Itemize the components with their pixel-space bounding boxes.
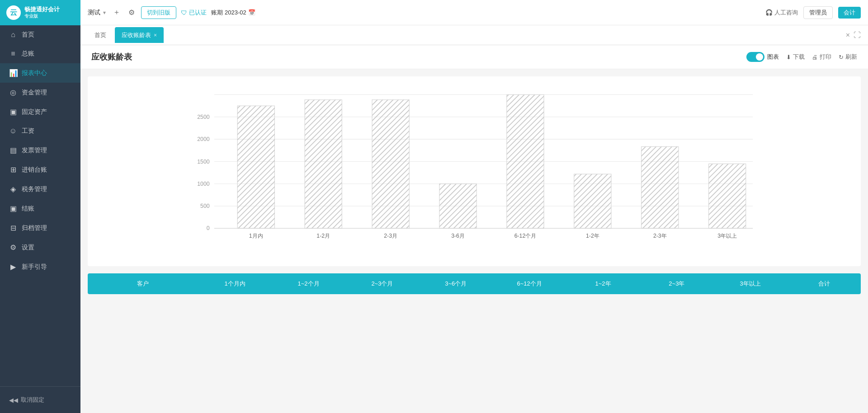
sidebar-label-close: 结账 [22, 205, 34, 213]
sidebar-item-home[interactable]: ⌂ 首页 [0, 25, 80, 44]
app-logo: 云 畅捷通好会计 专业版 [0, 0, 80, 25]
sidebar-item-funds[interactable]: ◎ 资金管理 [0, 83, 80, 102]
app-edition: 专业版 [24, 13, 60, 19]
archive-icon: ⊟ [9, 224, 17, 232]
svg-text:2000: 2000 [197, 136, 210, 142]
sidebar-item-settings[interactable]: ⚙ 设置 [0, 238, 80, 257]
accountant-btn[interactable]: 会计 [838, 7, 861, 19]
workspace-selector[interactable]: 测试 ▾ [88, 9, 106, 17]
switch-old-btn[interactable]: 切到旧版 [141, 6, 176, 19]
sidebar-label-home: 首页 [22, 31, 34, 39]
sidebar-label-payroll: 工资 [22, 127, 34, 135]
table-container: 客户 1个月内 1~2个月 2~3个月 3~6个月 6~12个月 1~2年 2~… [88, 273, 861, 294]
svg-rect-18 [439, 184, 476, 229]
download-icon: ⬇ [786, 54, 791, 61]
tab-bar-actions: × ⛶ [846, 31, 861, 39]
svg-text:3年以上: 3年以上 [717, 233, 737, 239]
human-service-btn[interactable]: 🎧 人工咨询 [765, 9, 798, 17]
col-header-1m: 1个月内 [198, 273, 272, 294]
chart-toggle-label: 图表 [767, 53, 779, 61]
svg-rect-21 [642, 147, 679, 229]
sidebar-label-funds: 资金管理 [22, 89, 47, 97]
svg-rect-17 [372, 100, 409, 228]
sidebar-label-reports: 报表中心 [22, 69, 47, 77]
svg-text:500: 500 [200, 203, 210, 209]
period-text: 账期 [211, 9, 223, 17]
col-header-3-6m: 3~6个月 [419, 273, 493, 294]
sidebar-item-tax[interactable]: ◈ 税务管理 [0, 179, 80, 199]
download-btn[interactable]: ⬇ 下载 [786, 53, 805, 61]
headset-icon: 🎧 [765, 9, 773, 16]
add-button[interactable]: ＋ [111, 6, 122, 19]
bar-chart-svg: 0 500 1000 1500 2000 2500 [97, 85, 852, 257]
tab-close-icon[interactable]: × [154, 32, 157, 38]
svg-text:0: 0 [207, 225, 210, 231]
page-actions: 图表 ⬇ 下载 🖨 打印 ↻ 刷新 [746, 52, 857, 62]
col-header-customer: 客户 [88, 273, 198, 294]
svg-text:2-3月: 2-3月 [384, 233, 397, 239]
sidebar-item-assets[interactable]: ▣ 固定资产 [0, 102, 80, 122]
tab-receivables-label: 应收账龄表 [122, 31, 151, 39]
page-title: 应收账龄表 [91, 52, 132, 62]
expand-icon[interactable]: ⛶ [854, 31, 861, 39]
home-icon: ⌂ [9, 31, 17, 39]
sidebar-item-purchase[interactable]: ⊞ 进销台账 [0, 160, 80, 179]
svg-text:3-6月: 3-6月 [451, 233, 465, 239]
tab-home[interactable]: 首页 [88, 27, 113, 43]
chart-toggle: 图表 [746, 52, 779, 62]
svg-text:6-12个月: 6-12个月 [514, 233, 537, 239]
certified-badge: 🛡 已认证 [181, 9, 207, 17]
sidebar-item-invoice[interactable]: ▤ 发票管理 [0, 141, 80, 160]
sidebar-item-ledger[interactable]: ≡ 总账 [0, 44, 80, 63]
sidebar-item-payroll[interactable]: ☺ 工资 [0, 122, 80, 141]
close-account-icon: ▣ [9, 204, 17, 213]
workspace-dropdown-icon: ▾ [103, 9, 106, 16]
col-header-6-12m: 6~12个月 [493, 273, 566, 294]
certified-label: 已认证 [189, 9, 207, 17]
logo-icon: 云 [6, 5, 21, 20]
svg-rect-22 [709, 164, 746, 229]
sidebar-label-archive: 归档管理 [22, 224, 47, 232]
svg-text:1-2月: 1-2月 [316, 233, 330, 239]
main-area: 测试 ▾ ＋ ⚙ 切到旧版 🛡 已认证 账期 2023-02 📅 🎧 人工咨询 … [80, 0, 868, 413]
cancel-fixed-btn[interactable]: ◀◀ 取消固定 [0, 391, 80, 408]
tax-icon: ◈ [9, 185, 17, 193]
chart-area: 0 500 1000 1500 2000 2500 [97, 85, 852, 257]
print-icon: 🖨 [812, 54, 818, 61]
tab-receivables[interactable]: 应收账龄表 × [115, 27, 164, 43]
sidebar-item-reports[interactable]: 📊 报表中心 [0, 63, 80, 83]
col-header-3y-plus: 3年以上 [713, 273, 787, 294]
sidebar-label-assets: 固定资产 [22, 108, 47, 116]
assets-icon: ▣ [9, 108, 17, 116]
col-header-1-2m: 1~2个月 [272, 273, 345, 294]
chart-toggle-switch[interactable] [746, 52, 764, 62]
topbar: 测试 ▾ ＋ ⚙ 切到旧版 🛡 已认证 账期 2023-02 📅 🎧 人工咨询 … [80, 0, 868, 25]
admin-btn[interactable]: 管理员 [803, 6, 833, 19]
svg-text:1000: 1000 [197, 181, 210, 187]
invoice-icon: ▤ [9, 146, 17, 155]
close-tab-bar-icon[interactable]: × [846, 31, 850, 39]
col-header-2-3m: 2~3个月 [345, 273, 419, 294]
sidebar-item-close[interactable]: ▣ 结账 [0, 199, 80, 218]
sidebar-label-tax: 税务管理 [22, 185, 47, 193]
col-header-total: 合计 [787, 273, 861, 294]
svg-text:1500: 1500 [197, 159, 210, 165]
period-info: 账期 2023-02 📅 [211, 9, 255, 17]
svg-text:1月内: 1月内 [249, 233, 263, 239]
refresh-btn[interactable]: ↻ 刷新 [839, 53, 857, 61]
download-label: 下载 [793, 53, 805, 61]
sidebar-bottom: ◀◀ 取消固定 [0, 386, 80, 413]
reports-icon: 📊 [9, 69, 17, 77]
col-header-1-2y: 1~2年 [566, 273, 640, 294]
cancel-fixed-label: 取消固定 [21, 396, 44, 404]
settings-button[interactable]: ⚙ [127, 6, 137, 19]
print-btn[interactable]: 🖨 打印 [812, 53, 831, 61]
sidebar-item-archive[interactable]: ⊟ 归档管理 [0, 218, 80, 238]
svg-rect-19 [507, 95, 544, 229]
period-value: 2023-02 [225, 9, 246, 16]
table-header: 客户 1个月内 1~2个月 2~3个月 3~6个月 6~12个月 1~2年 2~… [88, 273, 861, 294]
shield-icon: 🛡 [181, 9, 187, 16]
settings-icon: ⚙ [9, 243, 17, 252]
calendar-icon[interactable]: 📅 [248, 9, 255, 16]
sidebar-item-guide[interactable]: ▶ 新手引导 [0, 257, 80, 277]
